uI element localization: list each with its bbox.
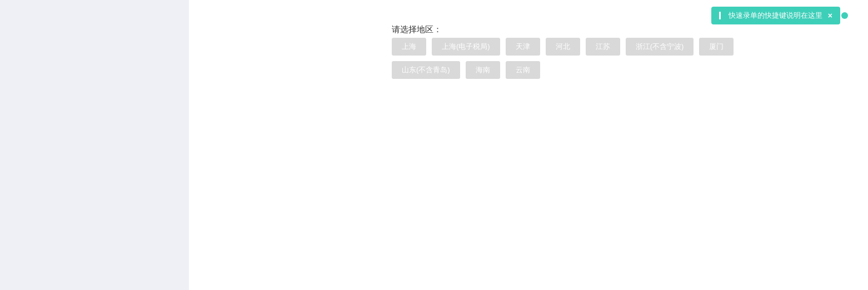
tooltip-text: 快速录单的快捷键说明在这里 [729,11,822,21]
region-btn-row1-5[interactable]: 浙江(不含宁波) [626,38,694,56]
region-btn-row2-2[interactable]: 云南 [506,61,540,79]
region-btn-row1-2[interactable]: 天津 [506,38,540,56]
tooltip-banner: 快速录单的快捷键说明在这里 × [711,7,840,24]
region-btn-row1-6[interactable]: 厦门 [699,38,734,56]
region-btn-row1-1[interactable]: 上海(电子税局) [432,38,500,56]
region-btn-row1-0[interactable]: 上海 [392,38,426,56]
region-btn-row1-3[interactable]: 河北 [546,38,580,56]
region-buttons-row2: 山东(不含青岛)海南云南 [392,61,540,79]
tooltip-bar-icon [719,12,721,19]
tooltip-dot [841,12,848,19]
region-btn-row1-4[interactable]: 江苏 [586,38,620,56]
region-btn-row2-1[interactable]: 海南 [466,61,500,79]
region-buttons-row1: 上海上海(电子税局)天津河北江苏浙江(不含宁波)厦门 [392,38,734,56]
region-btn-row2-0[interactable]: 山东(不含青岛) [392,61,460,79]
page-label: 请选择地区： [392,24,442,35]
left-panel [0,0,189,290]
main-content: 请选择地区： 上海上海(电子税局)天津河北江苏浙江(不含宁波)厦门 山东(不含青… [189,0,868,290]
tooltip-close-button[interactable]: × [828,11,832,20]
